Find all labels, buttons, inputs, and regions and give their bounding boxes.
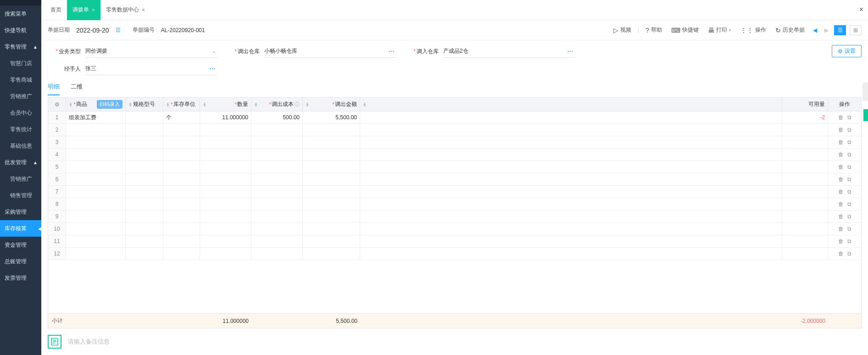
sidebar-item-purchase[interactable]: 采购管理 xyxy=(0,204,41,220)
sidebar-item-ledger[interactable]: 总账管理 xyxy=(0,253,41,270)
out-wh-select[interactable]: 小畅小畅仓库··· xyxy=(264,45,396,58)
table-row[interactable]: 7🗑⧉ xyxy=(48,186,861,198)
copy-icon[interactable]: ⧉ xyxy=(847,164,851,170)
copy-icon[interactable]: ⧉ xyxy=(847,213,851,220)
delete-icon[interactable]: 🗑 xyxy=(838,189,844,195)
delete-icon[interactable]: 🗑 xyxy=(838,226,844,232)
delete-icon[interactable]: 🗑 xyxy=(838,151,844,158)
sidebar-item-member[interactable]: 会员中心 xyxy=(0,105,41,121)
col-cost[interactable]: ▲▼*调出成本ⓘ xyxy=(251,98,303,111)
scan-button[interactable]: 扫码录入 xyxy=(97,100,122,109)
delete-icon[interactable]: 🗑 xyxy=(838,201,844,207)
print-button[interactable]: 🖶打印▾ xyxy=(705,26,734,34)
col-product[interactable]: ▲▼*商品扫码录入 xyxy=(66,98,126,111)
info-icon[interactable]: ⓘ xyxy=(295,101,300,108)
table-row[interactable]: 10🗑⧉ xyxy=(48,223,861,235)
table-row[interactable]: 1 组装加工费 个 11.000000 500.00 5,500.00 -2 🗑… xyxy=(48,111,861,124)
copy-icon[interactable]: ⧉ xyxy=(847,226,851,232)
biz-type-select[interactable]: 同价调拨⌄ xyxy=(85,45,217,58)
gear-icon[interactable]: ⚙ xyxy=(55,101,60,108)
tab-transfer[interactable]: 调拨单× xyxy=(67,0,100,20)
table-row[interactable]: 6🗑⧉ xyxy=(48,173,861,186)
cell-spec[interactable] xyxy=(126,111,163,123)
close-icon[interactable]: × xyxy=(142,7,145,13)
in-wh-select[interactable]: 产成品2仓··· xyxy=(443,45,575,58)
copy-icon[interactable]: ⧉ xyxy=(847,114,851,121)
table-row[interactable]: 11🗑⧉ xyxy=(48,235,861,248)
prev-arrow-icon[interactable]: ◀ xyxy=(811,27,819,33)
subtab-detail[interactable]: 明细 xyxy=(48,83,60,95)
copy-icon[interactable]: ⧉ xyxy=(847,151,851,158)
delete-icon[interactable]: 🗑 xyxy=(838,238,844,244)
shortcut-link[interactable]: ⌨快捷键 xyxy=(668,26,701,34)
sort-icon[interactable]: ▲▼ xyxy=(363,102,367,107)
copy-icon[interactable]: ⧉ xyxy=(847,176,851,183)
sidebar-item-wholesale[interactable]: 批发管理▲ xyxy=(0,154,41,171)
note-icon[interactable] xyxy=(48,335,61,349)
settings-button[interactable]: ⚙设置 xyxy=(832,45,862,57)
sidebar-item-quicknav[interactable]: 快捷导航 xyxy=(0,22,41,39)
subtab-2d[interactable]: 二维 xyxy=(71,83,83,95)
close-icon[interactable]: × xyxy=(92,7,95,13)
delete-icon[interactable]: 🗑 xyxy=(838,164,844,170)
copy-icon[interactable]: ⧉ xyxy=(847,127,851,133)
handler-select[interactable]: 张三··· xyxy=(85,62,217,75)
copy-icon[interactable]: ⧉ xyxy=(847,189,851,195)
sidebar-item-retail-stats[interactable]: 零售统计 xyxy=(0,121,41,138)
table-row[interactable]: 9🗑⧉ xyxy=(48,211,861,223)
cell-product[interactable]: 组装加工费 xyxy=(66,111,126,123)
history-button[interactable]: ↻历史单据 xyxy=(773,26,807,34)
delete-icon[interactable]: 🗑 xyxy=(838,176,844,183)
col-spec[interactable]: ▲▼规格型号 xyxy=(126,98,163,111)
help-link[interactable]: ?帮助 xyxy=(643,26,665,34)
sidebar-item-base-info[interactable]: 基础信息 xyxy=(0,138,41,154)
sidebar-item-invoice[interactable]: 发票管理 xyxy=(0,270,41,286)
close-all-tabs-icon[interactable]: × xyxy=(859,6,863,14)
delete-icon[interactable]: 🗑 xyxy=(838,250,844,257)
cell-cost[interactable]: 500.00 xyxy=(251,111,303,123)
sort-icon[interactable]: ▲▼ xyxy=(166,102,170,107)
view-grid-button[interactable]: ⊞ xyxy=(850,25,862,35)
sort-icon[interactable]: ▲▼ xyxy=(306,102,309,107)
col-index[interactable]: ⚙ xyxy=(48,98,66,111)
copy-icon[interactable]: ⧉ xyxy=(847,139,851,145)
delete-icon[interactable]: 🗑 xyxy=(838,114,844,121)
right-badge[interactable] xyxy=(863,109,868,121)
copy-icon[interactable]: ⧉ xyxy=(847,250,851,257)
table-row[interactable]: 8🗑⧉ xyxy=(48,198,861,211)
table-row[interactable]: 12🗑⧉ xyxy=(48,248,861,260)
action-button[interactable]: ⋮⋮操作 xyxy=(738,26,769,34)
sidebar-item-sales[interactable]: 销售管理 xyxy=(0,187,41,204)
sort-icon[interactable]: ▲▼ xyxy=(128,102,132,107)
cell-amount[interactable]: 5,500.00 xyxy=(303,111,360,123)
col-qty[interactable]: ▲▼*数量 xyxy=(200,98,251,111)
date-value[interactable]: 2022-09-20 xyxy=(76,27,109,34)
calendar-icon[interactable]: ☰ xyxy=(116,27,121,33)
sidebar-item-retail[interactable]: 零售管理▲ xyxy=(0,39,41,55)
remark-input[interactable]: 请输入备注信息 xyxy=(68,338,862,346)
col-amount[interactable]: ▲▼*调出金额 xyxy=(303,98,360,111)
right-drawer-handle[interactable] xyxy=(862,83,868,101)
delete-icon[interactable]: 🗑 xyxy=(838,139,844,145)
copy-icon[interactable]: ⧉ xyxy=(847,201,851,207)
sidebar-item-smart-store[interactable]: 智慧门店 xyxy=(0,55,41,72)
delete-icon[interactable]: 🗑 xyxy=(838,127,844,133)
copy-icon[interactable]: ⧉ xyxy=(847,238,851,244)
sidebar-item-marketing1[interactable]: 营销推广 xyxy=(0,88,41,105)
next-arrow-icon[interactable]: ▶ xyxy=(823,27,830,33)
col-avail[interactable]: 可用量 xyxy=(782,98,828,111)
sidebar-item-marketing2[interactable]: 营销推广 xyxy=(0,171,41,187)
tab-home[interactable]: 首页 xyxy=(45,0,67,20)
table-row[interactable]: 2🗑⧉ xyxy=(48,124,861,136)
table-row[interactable]: 4🗑⧉ xyxy=(48,149,861,161)
sidebar-item-inventory[interactable]: 库存核算 xyxy=(0,220,41,237)
sidebar-item-fund[interactable]: 资金管理 xyxy=(0,237,41,253)
tab-retail-data[interactable]: 零售数据中心× xyxy=(100,0,150,20)
sort-icon[interactable]: ▲▼ xyxy=(69,102,72,107)
sort-icon[interactable]: ▲▼ xyxy=(203,102,206,107)
col-unit[interactable]: ▲▼*库存单位 xyxy=(163,98,200,111)
sort-icon[interactable]: ▲▼ xyxy=(254,102,258,107)
video-link[interactable]: ▷视频 xyxy=(611,26,634,34)
delete-icon[interactable]: 🗑 xyxy=(838,213,844,220)
sidebar-item-retail-mall[interactable]: 零售商城 xyxy=(0,72,41,88)
